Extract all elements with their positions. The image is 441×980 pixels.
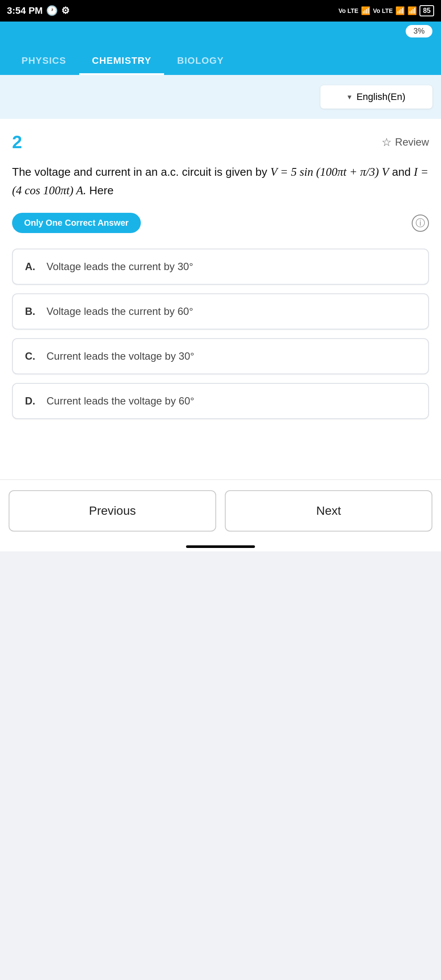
vo-lte-icon2: Vo LTE — [373, 7, 393, 14]
bottom-navigation: Previous Next — [0, 479, 441, 540]
chevron-down-icon: ▾ — [348, 92, 351, 102]
language-dropdown[interactable]: ▾ English(En) — [320, 85, 432, 109]
option-a[interactable]: A. Voltage leads the current by 30° — [12, 249, 429, 285]
progress-pill: 3% — [406, 25, 432, 37]
tab-bar: PHYSICS CHEMISTRY BIOLOGY — [0, 40, 441, 75]
option-b-text: Voltage leads the current by 60° — [47, 305, 193, 317]
language-label: English(En) — [357, 91, 406, 103]
vo-lte-icon: Vo LTE — [339, 7, 358, 14]
language-area: ▾ English(En) — [0, 75, 441, 119]
option-d-label: D. — [25, 395, 38, 407]
time-display: 3:54 PM — [7, 5, 43, 16]
option-c-text: Current leads the voltage by 30° — [47, 350, 194, 362]
wifi-icon: 📶 — [407, 6, 417, 16]
review-button[interactable]: ☆ Review — [382, 136, 429, 149]
question-text-part1: The voltage and current in an a.c. circu… — [12, 165, 429, 197]
previous-button[interactable]: Previous — [9, 490, 216, 532]
star-icon: ☆ — [382, 136, 391, 149]
answer-type-row: Only One Correct Answer ⓘ — [12, 213, 429, 233]
review-label: Review — [395, 136, 429, 148]
status-left: 3:54 PM 🕐 ⚙ — [7, 5, 70, 16]
question-header: 2 ☆ Review — [12, 132, 429, 152]
option-a-label: A. — [25, 261, 38, 273]
home-bar — [186, 545, 255, 548]
formula-v: V = 5 sin (100πt + π/3) V — [270, 165, 389, 178]
option-d[interactable]: D. Current leads the voltage by 60° — [12, 383, 429, 419]
clock-icon: 🕐 — [46, 5, 58, 16]
tab-physics[interactable]: PHYSICS — [9, 48, 79, 75]
tab-chemistry[interactable]: CHEMISTRY — [79, 48, 165, 75]
question-number: 2 — [12, 132, 22, 152]
option-c[interactable]: C. Current leads the voltage by 30° — [12, 338, 429, 374]
option-c-label: C. — [25, 350, 38, 362]
next-button[interactable]: Next — [225, 490, 432, 532]
options-list: A. Voltage leads the current by 30° B. V… — [12, 249, 429, 419]
tab-biology[interactable]: BIOLOGY — [164, 48, 236, 75]
option-a-text: Voltage leads the current by 30° — [47, 261, 193, 273]
main-content: 2 ☆ Review The voltage and current in an… — [0, 119, 441, 479]
status-bar: 3:54 PM 🕐 ⚙ Vo LTE 📶 Vo LTE 📶 📶 85 — [0, 0, 441, 22]
content-spacer — [12, 436, 429, 471]
answer-type-badge: Only One Correct Answer — [12, 213, 141, 233]
option-b-label: B. — [25, 305, 38, 317]
battery-display: 85 — [419, 5, 434, 16]
question-text: The voltage and current in an a.c. circu… — [12, 163, 429, 200]
progress-bar-area: 3% — [0, 22, 441, 40]
signal-icon1: 📶 — [361, 6, 370, 16]
settings-icon: ⚙ — [61, 5, 70, 16]
signal-icon2: 📶 — [395, 6, 405, 16]
home-indicator — [0, 540, 441, 551]
option-b[interactable]: B. Voltage leads the current by 60° — [12, 293, 429, 330]
status-right: Vo LTE 📶 Vo LTE 📶 📶 85 — [339, 5, 434, 16]
option-d-text: Current leads the voltage by 60° — [47, 395, 194, 407]
info-icon[interactable]: ⓘ — [412, 215, 429, 232]
